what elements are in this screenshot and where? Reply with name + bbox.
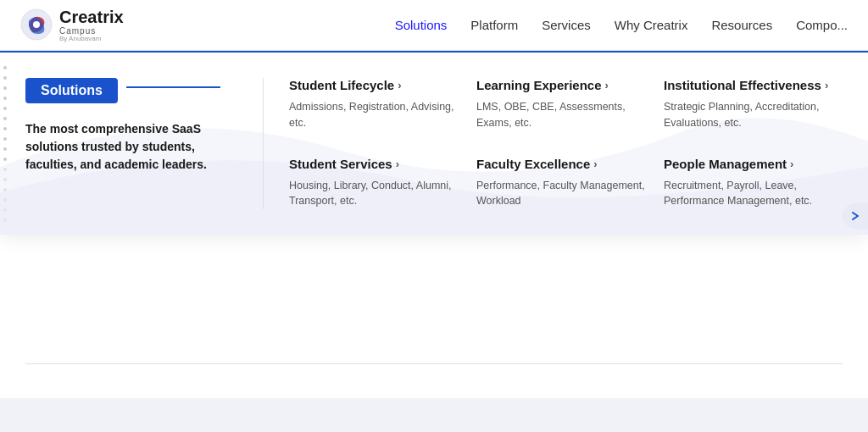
- solution-student-services[interactable]: Student Services › Housing, Library, Con…: [289, 157, 459, 210]
- bottom-separator: [25, 363, 843, 364]
- solutions-dropdown: Solutions The most comprehensive SaaS so…: [0, 51, 868, 235]
- institutional-effectiveness-arrow: ›: [825, 79, 828, 91]
- nav-services[interactable]: Services: [542, 18, 591, 32]
- learning-experience-title[interactable]: Learning Experience ›: [476, 78, 647, 92]
- nav-platform[interactable]: Platform: [470, 18, 518, 32]
- solutions-grid: Student Lifecycle › Admissions, Registra…: [281, 78, 843, 209]
- nav-resources[interactable]: Resources: [711, 18, 772, 32]
- solution-faculty-excellence[interactable]: Faculty Excellence › Performance, Facult…: [476, 157, 647, 210]
- learning-experience-arrow: ›: [605, 79, 609, 91]
- nav-solutions[interactable]: Solutions: [395, 18, 448, 32]
- student-lifecycle-arrow: ›: [398, 79, 401, 91]
- svg-point-1: [33, 21, 40, 28]
- vertical-divider: [263, 78, 264, 209]
- logo-campus-label: Campus: [59, 26, 124, 36]
- solution-people-management[interactable]: People Management › Recruitment, Payroll…: [664, 157, 834, 210]
- right-scroll-button[interactable]: [843, 203, 868, 229]
- faculty-excellence-desc: Performance, Faculty Management, Workloa…: [476, 178, 647, 210]
- solutions-left-panel: Solutions The most comprehensive SaaS so…: [25, 78, 246, 209]
- solution-student-lifecycle[interactable]: Student Lifecycle › Admissions, Registra…: [289, 78, 459, 131]
- logo-text: Creatrix Campus By Anubavam: [59, 8, 124, 43]
- student-services-title[interactable]: Student Services ›: [289, 157, 459, 171]
- page-bottom-bar: [0, 398, 868, 432]
- dropdown-inner: Solutions The most comprehensive SaaS so…: [0, 69, 868, 218]
- student-lifecycle-title[interactable]: Student Lifecycle ›: [289, 78, 459, 92]
- solutions-description: The most comprehensive SaaS solutions tr…: [25, 120, 220, 174]
- faculty-excellence-title[interactable]: Faculty Excellence ›: [476, 157, 647, 171]
- solution-learning-experience[interactable]: Learning Experience › LMS, OBE, CBE, Ass…: [476, 78, 647, 131]
- dot: [3, 66, 7, 69]
- nav-why-creatrix[interactable]: Why Creatrix: [615, 18, 688, 32]
- header: Creatrix Campus By Anubavam Solutions Pl…: [0, 0, 868, 51]
- creatrix-logo-icon: [20, 8, 53, 41]
- people-management-arrow: ›: [790, 158, 793, 170]
- institutional-effectiveness-title[interactable]: Institutional Effectiveness ›: [664, 78, 834, 92]
- logo-by-label: By Anubavam: [59, 36, 124, 43]
- student-lifecycle-desc: Admissions, Registration, Advising, etc.: [289, 99, 459, 131]
- chevron-right-icon: [850, 211, 860, 221]
- nav-compo[interactable]: Compo...: [796, 18, 848, 32]
- people-management-title[interactable]: People Management ›: [664, 157, 834, 171]
- logo-creatrix-label: Creatrix: [59, 8, 124, 26]
- people-management-desc: Recruitment, Payroll, Leave, Performance…: [664, 178, 834, 210]
- dot: [3, 219, 7, 222]
- student-services-arrow: ›: [396, 158, 399, 170]
- logo[interactable]: Creatrix Campus By Anubavam: [20, 8, 124, 43]
- student-services-desc: Housing, Library, Conduct, Alumni, Trans…: [289, 178, 459, 210]
- main-nav: Solutions Platform Services Why Creatrix…: [395, 18, 848, 32]
- solution-institutional-effectiveness[interactable]: Institutional Effectiveness › Strategic …: [664, 78, 834, 131]
- learning-experience-desc: LMS, OBE, CBE, Assessments, Exams, etc.: [476, 99, 647, 131]
- solutions-underline: [126, 86, 220, 88]
- solutions-badge[interactable]: Solutions: [25, 78, 118, 103]
- institutional-effectiveness-desc: Strategic Planning, Accreditation, Evalu…: [664, 99, 834, 131]
- faculty-excellence-arrow: ›: [593, 158, 597, 170]
